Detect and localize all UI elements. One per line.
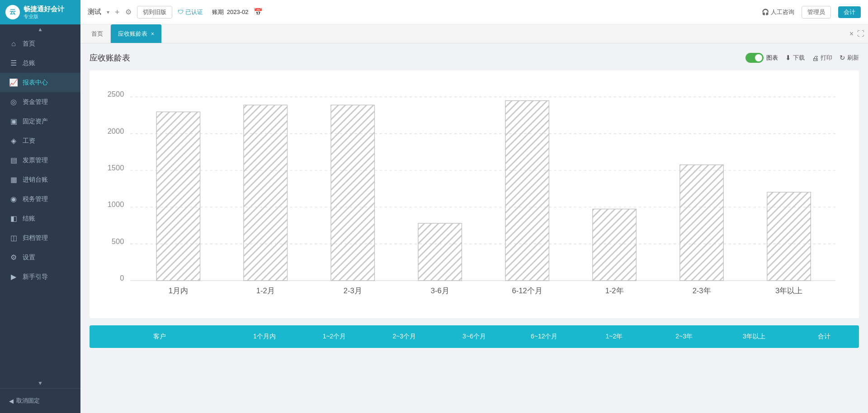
svg-text:2-3月: 2-3月 [344, 286, 362, 295]
company-dropdown[interactable]: ▾ [107, 9, 109, 15]
svg-text:1-2年: 1-2年 [605, 286, 624, 295]
refresh-button[interactable]: ↻ 刷新 [840, 54, 859, 62]
sidebar-item-ledger[interactable]: ☰ 总账 [0, 53, 80, 73]
logo-text: 畅捷通好会计 专业版 [24, 5, 64, 20]
invoice-icon: ▤ [9, 156, 18, 164]
bar-6-12m [505, 101, 549, 281]
tab-close-aging[interactable]: × [151, 31, 154, 37]
guide-icon: ▶ [9, 272, 18, 281]
closing-icon: ◧ [9, 214, 18, 223]
maximize-button[interactable]: ⛶ [857, 30, 864, 38]
reports-icon: 📈 [9, 78, 18, 87]
sidebar-item-home[interactable]: ⌂ 首页 [0, 34, 80, 53]
print-button[interactable]: 🖨 打印 [812, 54, 832, 62]
sidebar-item-reports[interactable]: 📈 报表中心 [0, 73, 80, 92]
sidebar-scroll-down[interactable]: ▼ [0, 378, 80, 388]
tax-icon: ◉ [9, 195, 18, 203]
svg-text:3-6月: 3-6月 [431, 286, 449, 295]
sales-icon: ▦ [9, 175, 18, 184]
page-title: 应收账龄表 [90, 52, 130, 63]
sidebar-scroll-up[interactable]: ▲ [0, 24, 80, 34]
period-label: 账期 2023-02 [212, 8, 249, 16]
content-area: 应收账龄表 图表 ⬇ 下载 🖨 打印 ↻ 刷新 [80, 43, 868, 413]
sidebar-item-payroll[interactable]: ◈ 工资 [0, 131, 80, 150]
sidebar-item-closing[interactable]: ◧ 结账 [0, 209, 80, 228]
chart-toggle[interactable] [745, 53, 764, 63]
payroll-icon: ◈ [9, 136, 18, 145]
cancel-fixed-button[interactable]: ◀ 取消固定 [0, 392, 80, 409]
svg-text:6-12个月: 6-12个月 [512, 286, 542, 295]
bar-2-3y [680, 165, 723, 281]
sidebar-item-funds[interactable]: ◎ 资金管理 [0, 92, 80, 112]
svg-text:2-3年: 2-3年 [693, 286, 711, 295]
home-icon: ⌂ [9, 40, 18, 48]
sidebar-item-archive[interactable]: ◫ 归档管理 [0, 228, 80, 248]
sidebar-item-tax[interactable]: ◉ 税务管理 [0, 189, 80, 209]
svg-text:1500: 1500 [108, 164, 124, 172]
tab-aging[interactable]: 应收账龄表 × [111, 24, 162, 43]
headset-icon: 🎧 [762, 9, 769, 15]
role-badge[interactable]: 会计 [838, 6, 861, 18]
bar-1-2m [244, 105, 287, 281]
table-header-6-12m: 6~12个月 [509, 325, 579, 348]
bar-chart: 0 500 1000 1500 2000 2500 [100, 81, 848, 305]
svg-text:1000: 1000 [108, 200, 124, 209]
manager-button[interactable]: 管理员 [802, 6, 831, 19]
sidebar-item-settings[interactable]: ⚙ 设置 [0, 248, 80, 267]
add-company-button[interactable]: + [115, 8, 120, 16]
table-header-3y-plus: 3年以上 [719, 325, 789, 348]
table-header-2-3m: 2~3个月 [369, 325, 439, 348]
table-header-1-2m: 1~2个月 [299, 325, 369, 348]
sidebar-logo: 云 畅捷通好会计 专业版 [0, 0, 80, 24]
toggle-label: 图表 [766, 54, 778, 62]
tab-home[interactable]: 首页 [84, 24, 111, 43]
page-actions: 图表 ⬇ 下载 🖨 打印 ↻ 刷新 [745, 53, 859, 63]
svg-text:1-2月: 1-2月 [256, 286, 275, 295]
table-header-total: 合计 [789, 325, 859, 348]
consult-button[interactable]: 🎧 人工咨询 [762, 8, 794, 16]
bar-3-6m [418, 223, 462, 281]
svg-text:1月内: 1月内 [169, 286, 188, 295]
chart-card: 0 500 1000 1500 2000 2500 [90, 70, 859, 318]
refresh-icon: ↻ [840, 54, 845, 62]
table-header-3-6m: 3~6个月 [439, 325, 509, 348]
svg-text:3年以上: 3年以上 [775, 286, 802, 295]
download-icon: ⬇ [785, 54, 791, 62]
window-close-button[interactable]: × [849, 30, 854, 38]
company-name: 测试 [88, 8, 101, 16]
tabbar-right: × ⛶ [849, 30, 864, 38]
pin-icon: ◀ [9, 398, 14, 404]
bar-1m [156, 112, 200, 281]
svg-text:500: 500 [112, 237, 124, 246]
sidebar-item-sales[interactable]: ▦ 进销台账 [0, 170, 80, 189]
switch-old-version-button[interactable]: 切到旧版 [137, 6, 172, 19]
table-header-1-2y: 1~2年 [579, 325, 649, 348]
calendar-button[interactable]: 📅 [254, 8, 263, 16]
svg-text:2500: 2500 [108, 90, 124, 99]
sidebar-item-invoice[interactable]: ▤ 发票管理 [0, 150, 80, 170]
topbar-settings-button[interactable]: ⚙ [125, 8, 132, 16]
chart-toggle-wrap: 图表 [745, 53, 778, 63]
sidebar-item-assets[interactable]: ▣ 固定资产 [0, 112, 80, 131]
table-card: 客户 1个月内 1~2个月 2~3个月 3~6个月 6~12个月 1~2年 2~… [90, 325, 859, 348]
svg-text:2000: 2000 [108, 127, 124, 136]
archive-icon: ◫ [9, 234, 18, 242]
settings-icon: ⚙ [9, 253, 18, 262]
table-header: 客户 1个月内 1~2个月 2~3个月 3~6个月 6~12个月 1~2年 2~… [90, 325, 859, 348]
bar-1-2y [593, 209, 636, 281]
certified-icon: 🛡 [178, 9, 184, 15]
bar-3y-plus [767, 192, 811, 281]
ledger-icon: ☰ [9, 59, 18, 67]
main-area: 测试 ▾ + ⚙ 切到旧版 🛡 已认证 账期 2023-02 📅 🎧 人工咨询 … [80, 0, 868, 413]
page-header: 应收账龄表 图表 ⬇ 下载 🖨 打印 ↻ 刷新 [90, 52, 859, 63]
topbar-right: 🎧 人工咨询 管理员 会计 [762, 6, 861, 19]
table-header-1m: 1个月内 [229, 325, 299, 348]
tabbar: 首页 应收账龄表 × × ⛶ [80, 24, 868, 43]
funds-icon: ◎ [9, 98, 18, 106]
topbar: 测试 ▾ + ⚙ 切到旧版 🛡 已认证 账期 2023-02 📅 🎧 人工咨询 … [80, 0, 868, 24]
sidebar-nav: ⌂ 首页 ☰ 总账 📈 报表中心 ◎ 资金管理 ▣ 固定资产 ◈ 工资 ▤ 发票… [0, 34, 80, 378]
certified-badge: 🛡 已认证 [178, 8, 203, 16]
sidebar-item-guide[interactable]: ▶ 新手引导 [0, 267, 80, 286]
download-button[interactable]: ⬇ 下载 [785, 54, 805, 62]
sidebar-bottom: ◀ 取消固定 [0, 388, 80, 413]
